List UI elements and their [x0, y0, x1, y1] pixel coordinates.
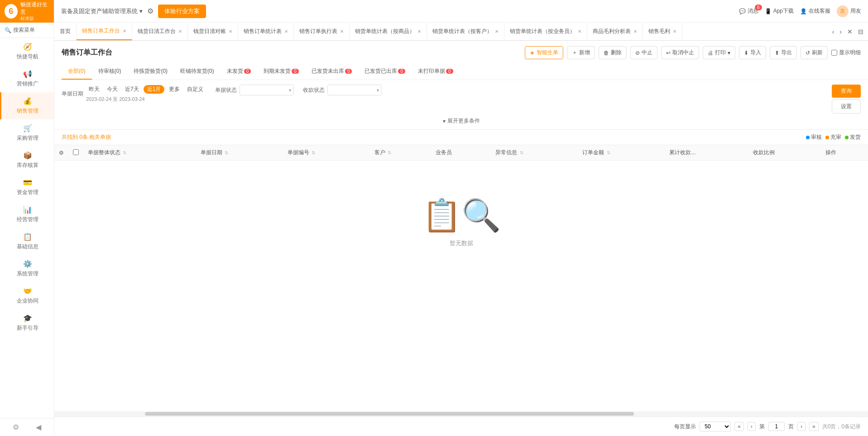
tab-close-all-btn[interactable]: ✕	[845, 27, 854, 36]
sub-tab-shipped-not-out[interactable]: 已发货未出库0	[305, 64, 359, 80]
per-page-select[interactable]: 50 10 20 100	[700, 422, 731, 431]
table-scroll[interactable]: ⚙ 单据整体状态 ⇅ 单据日期 ⇅	[54, 145, 868, 411]
next-page-btn[interactable]: ›	[797, 422, 806, 431]
online-service-button[interactable]: 👤 在线客服	[800, 7, 830, 15]
tab-close-sales-summary-customer[interactable]: ✕	[495, 29, 499, 34]
topbar-settings-icon[interactable]: ⚙	[147, 7, 153, 15]
new-button[interactable]: ＋ 新增	[567, 46, 595, 59]
tab-close-sales-summary-product[interactable]: ✕	[417, 29, 421, 34]
delete-button[interactable]: 🗑 删除	[599, 46, 627, 59]
sidebar-item-basic-info[interactable]: 📋 基础信息	[0, 228, 54, 255]
sidebar-item-finance[interactable]: 💳 资金管理	[0, 174, 54, 201]
sort-icon-exception[interactable]: ⇅	[520, 150, 523, 155]
date-btn-custom[interactable]: 自定义	[184, 85, 206, 94]
filter-payment-select[interactable]	[327, 85, 382, 95]
handshake-icon: 🤝	[23, 287, 32, 295]
sort-icon-customer[interactable]: ⇅	[388, 150, 391, 155]
tab-home[interactable]: 首页	[54, 23, 77, 40]
tab-sales-order[interactable]: 销售订单工作台 ✕	[77, 23, 132, 40]
filter-settings-button[interactable]: 设置	[832, 100, 861, 114]
date-btn-7days[interactable]: 近7天	[122, 85, 142, 94]
tab-prev-btn[interactable]: ‹	[830, 27, 836, 36]
sidebar-item-system[interactable]: ⚙️ 系统管理	[0, 255, 54, 282]
prev-page-btn[interactable]: ‹	[748, 422, 756, 431]
show-detail-checkbox[interactable]: 显示明细	[831, 49, 861, 57]
first-page-btn[interactable]: «	[734, 422, 744, 431]
col-settings-icon[interactable]: ⚙	[59, 150, 64, 156]
tab-next-btn[interactable]: ›	[838, 27, 844, 36]
tab-close-sales-stats[interactable]: ✕	[284, 29, 288, 34]
user-menu[interactable]: 友 用友	[837, 5, 861, 17]
sidebar-item-marketing[interactable]: 📢 营销推广	[0, 65, 54, 92]
tab-close-sales-summary-staff[interactable]: ✕	[578, 29, 581, 34]
settings-bottom-icon[interactable]: ⚙	[13, 423, 19, 431]
stop-icon: ⊘	[635, 50, 640, 56]
sub-tab-expired-not-shipped[interactable]: 到期未发货0	[257, 64, 305, 80]
select-all-checkbox[interactable]	[73, 149, 79, 155]
sidebar-item-sales[interactable]: 💰 销售管理	[0, 92, 54, 119]
tab-close-sales-more[interactable]: ✕	[673, 29, 676, 34]
sidebar-item-quick-nav[interactable]: 🧭 快捷导航	[0, 38, 54, 65]
review-batch-btn[interactable]: 审核	[806, 133, 822, 141]
tab-sales-summary-customer[interactable]: 销货单统计表（按客户） ✕	[427, 23, 504, 40]
sidebar-item-enterprise[interactable]: 🤝 企业协同	[0, 282, 54, 309]
sidebar-item-guide[interactable]: 🎓 新手引导	[0, 309, 54, 336]
tab-expand-btn[interactable]: ⊟	[856, 27, 865, 36]
hscroll-thumb[interactable]	[145, 412, 634, 416]
cancel-review-batch-btn[interactable]: 充审	[825, 133, 841, 141]
tab-sales-summary-product[interactable]: 销货单统计表（按商品） ✕	[350, 23, 427, 40]
query-button[interactable]: 查询	[832, 85, 861, 98]
tab-sales-exec[interactable]: 销售订单执行表 ✕	[294, 23, 350, 40]
app-download-button[interactable]: 📱 App下载	[765, 7, 794, 15]
cancel-stop-button[interactable]: ↩ 取消中止	[661, 46, 699, 59]
sub-tab-pending-inspect[interactable]: 待拣货验货(0)	[127, 64, 174, 80]
last-page-btn[interactable]: »	[809, 422, 819, 431]
tab-cash-reconcile[interactable]: 钱货日清对账 ✕	[188, 23, 238, 40]
message-button[interactable]: 💬 消息 6	[739, 7, 758, 15]
sidebar-item-purchase[interactable]: 🛒 采购管理	[0, 119, 54, 147]
sub-tab-all[interactable]: 全部(0)	[62, 64, 92, 80]
print-button[interactable]: 🖨 打印 ▾	[703, 46, 735, 59]
smart-create-button[interactable]: ★ 智能生单	[525, 46, 563, 59]
horizontal-scrollbar[interactable]	[54, 411, 868, 417]
tab-close-cash-daily[interactable]: ✕	[178, 29, 182, 34]
date-btn-more[interactable]: 更多	[166, 85, 182, 94]
tab-close-sales-exec[interactable]: ✕	[340, 29, 344, 34]
system-title[interactable]: 装备及固定资产辅助管理系统 ▾	[61, 7, 143, 15]
sub-tab-pending-review[interactable]: 待审核(0)	[92, 64, 128, 80]
tab-cash-daily[interactable]: 钱货日清工作台 ✕	[132, 23, 188, 40]
sub-tab-not-printed[interactable]: 未打印单据0	[412, 64, 460, 80]
filter-status-select[interactable]	[240, 85, 294, 95]
refresh-button[interactable]: ↺ 刷新	[801, 46, 828, 59]
ship-batch-btn[interactable]: 发货	[845, 133, 861, 141]
search-menu[interactable]: 🔍 搜索菜单	[0, 23, 54, 38]
sort-icon-order-amount[interactable]: ⇅	[607, 150, 610, 155]
sub-tab-shipped-out[interactable]: 已发货已出库0	[358, 64, 412, 80]
sort-icon-doc-status[interactable]: ⇅	[123, 150, 126, 155]
industry-solution-button[interactable]: 体验行业方案	[158, 5, 206, 18]
stop-button[interactable]: ⊘ 中止	[630, 46, 657, 59]
date-btn-yesterday[interactable]: 昨天	[86, 85, 102, 94]
export-button[interactable]: ⬆ 导出	[770, 46, 797, 59]
collapse-icon[interactable]: ◀	[36, 423, 41, 431]
sort-icon-doc-number[interactable]: ⇅	[312, 150, 315, 155]
tab-close-product-margin[interactable]: ✕	[633, 29, 637, 34]
date-btn-today[interactable]: 今天	[104, 85, 120, 94]
sort-icon-doc-date[interactable]: ⇅	[225, 150, 228, 155]
import-button[interactable]: ⬇ 导入	[739, 46, 766, 59]
expand-filter-button[interactable]: ▾ 展开更多条件	[443, 117, 480, 125]
sub-tab-wangpu-pending[interactable]: 旺铺待发货(0)	[174, 64, 221, 80]
detail-checkbox-input[interactable]	[831, 50, 837, 56]
tab-sales-stats[interactable]: 销售订单统计表 ✕	[238, 23, 294, 40]
date-btn-1month[interactable]: 近1月	[144, 85, 165, 94]
tab-close-cash-reconcile[interactable]: ✕	[229, 29, 232, 34]
sub-tab-not-shipped[interactable]: 未发货0	[221, 64, 258, 80]
tab-product-margin[interactable]: 商品毛利分析表 ✕	[587, 23, 643, 40]
page-input[interactable]	[768, 422, 785, 431]
sidebar-item-business[interactable]: 📊 经营管理	[0, 201, 54, 228]
tab-sales-summary-staff[interactable]: 销货单统计表（按业务员） ✕	[504, 23, 587, 40]
review-dot	[806, 136, 810, 139]
sidebar-item-inventory[interactable]: 📦 库存核算	[0, 147, 54, 174]
tab-sales-more[interactable]: 销售毛利 ✕	[643, 23, 682, 40]
tab-close-sales-order[interactable]: ✕	[123, 28, 126, 33]
